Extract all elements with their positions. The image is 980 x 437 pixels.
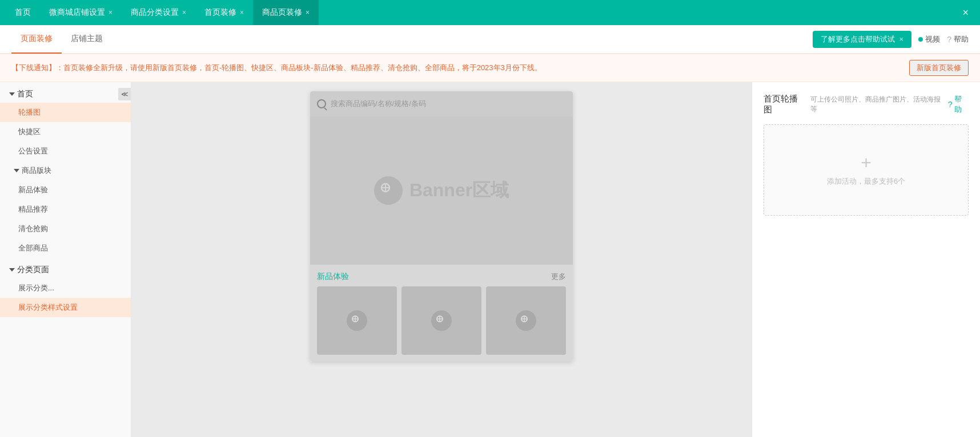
product-logo-1 bbox=[347, 310, 367, 331]
video-button[interactable]: 视频 bbox=[918, 34, 940, 44]
brand-logo-icon bbox=[374, 176, 403, 205]
sidebar-section-category-label: 分类页面 bbox=[17, 265, 49, 275]
right-panel-help-link[interactable]: ? 帮助 bbox=[948, 94, 969, 115]
sidebar-section-category[interactable]: 分类页面 bbox=[0, 258, 131, 278]
tab-product-deco-label: 商品页装修 bbox=[262, 7, 302, 18]
search-placeholder: 搜索商品编码/名称/规格/条码 bbox=[331, 99, 426, 109]
product-card-3 bbox=[486, 286, 566, 355]
product-grid bbox=[310, 286, 573, 355]
sidebar-item-all-products[interactable]: 全部商品 bbox=[0, 238, 131, 258]
question-icon: ? bbox=[947, 35, 951, 44]
sidebar-section-homepage-label: 首页 bbox=[17, 89, 33, 99]
sub-tab-store-theme[interactable]: 店铺主题 bbox=[62, 25, 112, 54]
phone-preview: 搜索商品编码/名称/规格/条码 Banner区域 bbox=[310, 91, 573, 362]
video-label: 视频 bbox=[925, 34, 940, 44]
banner-area: Banner区域 bbox=[310, 116, 573, 265]
sidebar-collapse-button[interactable]: ≪ bbox=[118, 88, 131, 100]
product-card-1 bbox=[317, 286, 397, 355]
tab-category-settings-label: 商品分类设置 bbox=[131, 7, 179, 18]
help-banner-close[interactable]: × bbox=[899, 35, 904, 43]
help-link[interactable]: ? 帮助 bbox=[947, 34, 969, 44]
main-area: ≪ 首页 轮播图 快捷区 公告设置 商品版块 新品体验 精品推荐 清仓抢购 bbox=[0, 82, 980, 437]
right-panel: 首页轮播图 可上传公司照片、商品推广图片、活动海报等 ? 帮助 + 添加活动，最… bbox=[752, 82, 980, 437]
right-panel-help-label: 帮助 bbox=[954, 94, 969, 115]
tab-store-settings-label: 微商城店铺设置 bbox=[49, 7, 105, 18]
banner-logo: Banner区域 bbox=[374, 176, 509, 205]
sidebar-item-new-experience[interactable]: 新品体验 bbox=[0, 180, 131, 200]
tab-bar: 首页 微商城店铺设置 × 商品分类设置 × 首页装修 × 商品页装修 × × bbox=[0, 0, 980, 25]
sidebar-section-homepage[interactable]: 首页 bbox=[0, 82, 131, 103]
sidebar-item-banner[interactable]: 轮播图 bbox=[0, 103, 131, 122]
product-block-label: 商品版块 bbox=[22, 165, 51, 176]
sub-header-right: 了解更多点击帮助试试 × 视频 ? 帮助 bbox=[813, 31, 969, 48]
sidebar-subsection-product-block[interactable]: 商品版块 bbox=[0, 161, 131, 180]
sidebar-item-shortcut[interactable]: 快捷区 bbox=[0, 122, 131, 141]
add-banner-text: 添加活动，最多支持6个 bbox=[827, 176, 905, 187]
notice-bar: 【下线通知】：首页装修全新升级，请使用新版首页装修，首页-轮播图、快捷区、商品板… bbox=[0, 54, 980, 82]
sidebar-item-category-style[interactable]: 展示分类样式设置 bbox=[0, 298, 131, 317]
sidebar-item-show-category[interactable]: 展示分类... bbox=[0, 278, 131, 298]
product-section: 新品体验 更多 bbox=[310, 265, 573, 362]
right-panel-title-row: 首页轮播图 可上传公司照片、商品推广图片、活动海报等 ? 帮助 bbox=[764, 94, 969, 115]
banner-text-label: Banner区域 bbox=[409, 178, 509, 203]
help-banner[interactable]: 了解更多点击帮助试试 × bbox=[813, 31, 912, 48]
tab-home[interactable]: 首页 bbox=[6, 0, 40, 25]
tab-store-settings-close[interactable]: × bbox=[109, 9, 113, 17]
homepage-expand-icon bbox=[9, 92, 15, 96]
search-icon bbox=[317, 99, 326, 108]
tab-category-settings[interactable]: 商品分类设置 × bbox=[122, 0, 195, 25]
plus-icon: + bbox=[861, 153, 871, 172]
sidebar-item-featured[interactable]: 精品推荐 bbox=[0, 200, 131, 219]
right-panel-title: 首页轮播图 bbox=[764, 94, 805, 115]
right-panel-question-icon: ? bbox=[948, 100, 953, 109]
right-panel-subtitle: 可上传公司照片、商品推广图片、活动海报等 bbox=[810, 95, 942, 114]
tab-homepage-deco[interactable]: 首页装修 × bbox=[195, 0, 253, 25]
product-section-header: 新品体验 更多 bbox=[310, 272, 573, 286]
tab-home-label: 首页 bbox=[15, 7, 31, 18]
product-logo-2 bbox=[431, 310, 452, 331]
sub-tab-page-deco[interactable]: 页面装修 bbox=[11, 25, 62, 54]
sub-header: 页面装修 店铺主题 了解更多点击帮助试试 × 视频 ? 帮助 bbox=[0, 25, 980, 54]
product-block-expand-icon bbox=[14, 169, 19, 172]
tab-category-settings-close[interactable]: × bbox=[182, 9, 186, 17]
video-dot-icon bbox=[918, 37, 923, 42]
phone-search-bar: 搜索商品编码/名称/规格/条码 bbox=[310, 91, 573, 116]
product-section-more: 更多 bbox=[551, 272, 566, 282]
add-banner-box[interactable]: + 添加活动，最多支持6个 bbox=[764, 124, 969, 216]
tab-bar-close-all[interactable]: × bbox=[957, 7, 974, 19]
sidebar-item-clearance[interactable]: 清仓抢购 bbox=[0, 219, 131, 238]
preview-area: 搜索商品编码/名称/规格/条码 Banner区域 bbox=[131, 82, 752, 437]
tab-product-deco-close[interactable]: × bbox=[306, 9, 310, 17]
tab-homepage-deco-close[interactable]: × bbox=[240, 9, 244, 17]
product-card-2 bbox=[401, 286, 481, 355]
notice-text: 【下线通知】：首页装修全新升级，请使用新版首页装修，首页-轮播图、快捷区、商品板… bbox=[11, 63, 542, 73]
tab-product-deco[interactable]: 商品页装修 × bbox=[253, 0, 319, 25]
product-section-title: 新品体验 bbox=[317, 272, 349, 282]
tab-homepage-deco-label: 首页装修 bbox=[204, 7, 236, 18]
category-expand-icon bbox=[9, 268, 15, 272]
new-homepage-deco-button[interactable]: 新版首页装修 bbox=[909, 60, 969, 76]
help-label: 帮助 bbox=[954, 34, 969, 44]
product-logo-3 bbox=[516, 310, 536, 331]
sidebar: ≪ 首页 轮播图 快捷区 公告设置 商品版块 新品体验 精品推荐 清仓抢购 bbox=[0, 82, 131, 437]
sidebar-item-announcement[interactable]: 公告设置 bbox=[0, 141, 131, 161]
help-banner-text: 了解更多点击帮助试试 bbox=[821, 34, 895, 44]
tab-store-settings[interactable]: 微商城店铺设置 × bbox=[40, 0, 122, 25]
